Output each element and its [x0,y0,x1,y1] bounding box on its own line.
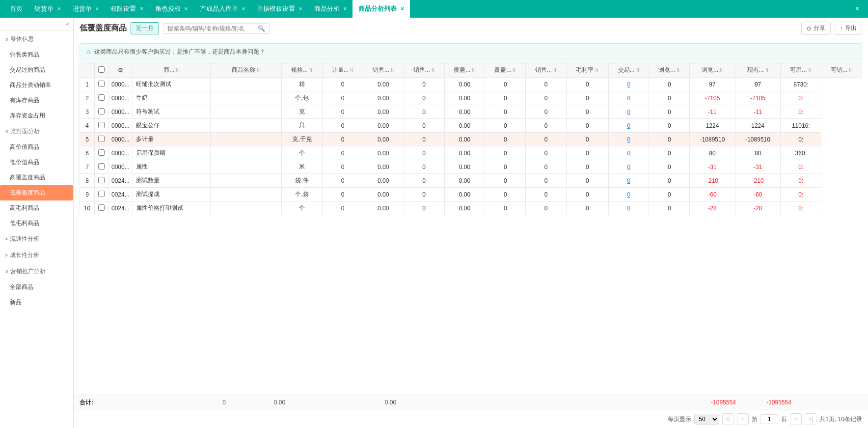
col-browse2[interactable]: 浏览...⇅ [690,63,735,78]
sidebar-collapse-button[interactable]: « [0,18,73,31]
col-browse1[interactable]: 浏览...⇅ [649,63,690,78]
sidebar-item-high-coverage[interactable]: 高覆盖度商品 [0,170,73,185]
cell-checkbox[interactable] [95,105,108,119]
col-code[interactable]: 商...⇅ [133,63,210,78]
col-gross-margin[interactable]: 毛利率⇅ [566,63,608,78]
sidebar-section-growth[interactable]: > 成长性分析 [0,247,73,263]
col-spec[interactable]: 规格...⇅ [282,63,323,78]
search-input[interactable] [167,25,256,32]
cell-coverage1: 0 [404,78,444,91]
sidebar-section-marketing[interactable]: ∨ 营销推广分析 [0,263,73,280]
col-sellable[interactable]: 可销...⇅ [821,63,862,78]
sidebar-item-new-products[interactable]: 新品 [0,295,73,310]
cell-browse1[interactable]: 0 [608,78,649,91]
col-transaction[interactable]: 交易...⇅ [608,63,649,78]
nav-product-entry[interactable]: 产成品入库单 × [194,0,251,18]
cell-coverage2: 0.00 [444,160,485,174]
sidebar-item-high-margin[interactable]: 高毛利商品 [0,200,73,216]
per-page-select[interactable]: 50 10 20 100 [694,414,719,425]
col-name[interactable]: 商品名称⇅ [211,63,282,78]
cell-checkbox[interactable] [95,146,108,160]
last-page-button[interactable]: >| [805,413,816,425]
cell-code: 0000... [108,160,133,174]
nav-product-analysis-close[interactable]: × [343,5,347,12]
cell-unit: 克,千克 [282,133,323,146]
nav-purchase-close[interactable]: × [95,5,99,12]
cell-checkbox[interactable] [95,78,108,91]
cell-browse1[interactable]: 0 [608,133,649,146]
select-all-checkbox[interactable] [98,66,105,73]
sidebar-item-capital-occupation[interactable]: 库存资金占用 [0,108,73,123]
sidebar-item-sales-products[interactable]: 销售类商品 [0,47,73,62]
cell-name: 旺辅批次测试 [133,78,210,91]
col-sales-days[interactable]: 销售...⇅ [526,63,567,78]
col-unit[interactable]: 计量...⇅ [323,63,363,78]
cell-browse1[interactable]: 0 [608,119,649,133]
sidebar-item-all-products[interactable]: 全部商品 [0,280,73,295]
window-close-button[interactable]: × [850,2,864,16]
sidebar-item-traded-products[interactable]: 交易过的商品 [0,62,73,78]
nav-permissions-close[interactable]: × [140,5,143,12]
filter-recent-month-button[interactable]: 近一月 [131,22,159,34]
sidebar-item-in-stock[interactable]: 有库存商品 [0,93,73,108]
col-sales-count[interactable]: 销售...⇅ [363,63,404,78]
col-settings[interactable]: ⚙ [108,63,133,78]
cell-checkbox[interactable] [95,201,108,215]
nav-product-analysis-list[interactable]: 商品分析列表 × [353,0,410,18]
cell-browse1[interactable]: 0 [608,188,649,201]
col-current-stock[interactable]: 现有...⇅ [735,63,781,78]
next-page-button[interactable]: > [790,413,802,425]
prev-page-button[interactable]: < [737,413,749,425]
nav-product-analysis-list-close[interactable]: × [401,5,404,12]
cell-code: 0000... [108,119,133,133]
sidebar-item-high-value[interactable]: 高价值商品 [0,140,73,155]
cell-unit: 克 [282,105,323,119]
first-page-button[interactable]: K [722,413,734,425]
cell-checkbox[interactable] [95,91,108,105]
cell-checkbox[interactable] [95,119,108,133]
cell-browse1[interactable]: 0 [608,91,649,105]
cell-spec [211,160,282,174]
col-sales-amount[interactable]: 销售...⇅ [404,63,444,78]
col-coverage2[interactable]: 覆盖...⇅ [485,63,526,78]
sidebar-item-low-value[interactable]: 低价值商品 [0,155,73,170]
nav-purchase[interactable]: 进货单 × [67,0,105,18]
nav-home[interactable]: 首页 [4,0,28,18]
col-available[interactable]: 可用...⇅ [781,63,821,78]
section-growth-arrow: > [5,253,8,258]
nav-sales-close[interactable]: × [57,5,61,12]
sidebar-item-low-coverage[interactable]: 低覆盖度商品 [0,185,73,200]
cell-browse1[interactable]: 0 [608,105,649,119]
nav-template-settings-close[interactable]: × [299,5,302,12]
sidebar-item-low-margin[interactable]: 低毛利商品 [0,216,73,231]
sidebar-item-category-sales-rate[interactable]: 商品分类动销率 [0,78,73,93]
sidebar-section-overall[interactable]: ∨ 整体信息 [0,31,73,47]
export-button[interactable]: ↑ 导出 [835,22,862,35]
nav-template-settings[interactable]: 单据模板设置 × [251,0,308,18]
sidebar-section-coverage[interactable]: ∨ 类封面分析 [0,123,73,140]
cell-checkbox[interactable] [95,133,108,146]
cell-browse1[interactable]: 0 [608,160,649,174]
nav-product-analysis[interactable]: 商品分析 × [308,0,353,18]
col-coverage1[interactable]: 覆盖...⇅ [444,63,485,78]
page-number-input[interactable] [760,414,778,424]
cell-browse1[interactable]: 0 [608,174,649,188]
sidebar-section-flow[interactable]: > 流通性分析 [0,231,73,247]
cell-sales-days: 0 [485,201,526,215]
nav-permissions[interactable]: 权限设置 × [105,0,149,18]
cell-coverage2: 0.00 [444,133,485,146]
cell-sellable: 8730: [781,78,821,91]
cell-gross-margin: 0 [526,91,567,105]
cell-sales-count: 0 [323,119,363,133]
nav-role-auth-close[interactable]: × [185,5,188,12]
cell-browse1[interactable]: 0 [608,201,649,215]
share-button[interactable]: ⊙ 分享 [801,22,831,35]
nav-product-entry-close[interactable]: × [242,5,245,12]
cell-checkbox[interactable] [95,174,108,188]
nav-sales[interactable]: 销货单 × [28,0,67,18]
cell-browse1[interactable]: 0 [608,146,649,160]
cell-index: 9 [80,188,95,201]
cell-checkbox[interactable] [95,188,108,201]
cell-checkbox[interactable] [95,160,108,174]
nav-role-auth[interactable]: 角色授权 × [149,0,194,18]
